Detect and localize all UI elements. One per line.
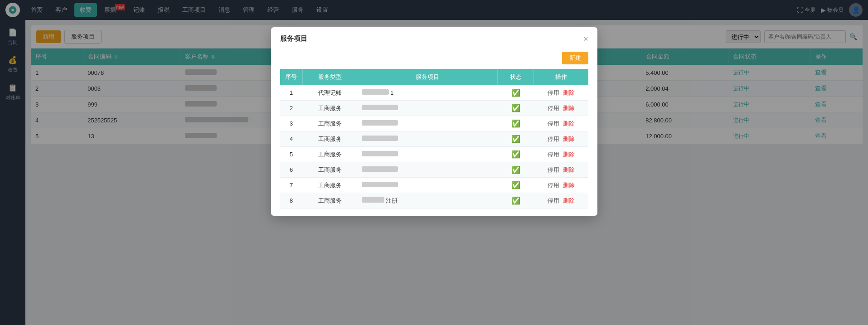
service-dialog: 服务项目 × 新建 序号 服务类型 服务项目 状态 操作 1代理记账XXX 1✅… <box>271 27 597 216</box>
dialog-header: 服务项目 × <box>271 27 597 47</box>
delete-button[interactable]: 删除 <box>563 182 575 189</box>
scol-status: 状态 <box>498 69 534 85</box>
status-check-icon: ✅ <box>511 150 520 158</box>
delete-button[interactable]: 删除 <box>563 89 575 96</box>
service-table-row: 2工商服务XXX✅停用删除 <box>280 101 588 116</box>
stop-button[interactable]: 停用 <box>548 182 559 189</box>
service-table-row: 3工商服务XXX✅停用删除 <box>280 116 588 131</box>
dialog-body: 序号 服务类型 服务项目 状态 操作 1代理记账XXX 1✅停用删除2工商服务X… <box>271 69 597 216</box>
service-table-row: 8工商服务XX 注册✅停用删除 <box>280 193 588 209</box>
dialog-close-button[interactable]: × <box>583 35 588 43</box>
delete-button[interactable]: 删除 <box>563 166 575 173</box>
dialog-toolbar: 新建 <box>271 47 597 69</box>
service-table-row: 6工商服务XXXXX✅停用删除 <box>280 162 588 178</box>
status-check-icon: ✅ <box>511 166 520 174</box>
stop-button[interactable]: 停用 <box>548 120 559 127</box>
status-check-icon: ✅ <box>511 120 520 127</box>
delete-button[interactable]: 删除 <box>563 105 575 112</box>
status-check-icon: ✅ <box>511 104 520 112</box>
service-table-row: 4工商服务XX✅停用删除 <box>280 131 588 147</box>
scol-action: 操作 <box>534 69 588 85</box>
stop-button[interactable]: 停用 <box>548 166 559 173</box>
stop-button[interactable]: 停用 <box>548 197 559 204</box>
delete-button[interactable]: 删除 <box>563 136 575 142</box>
scol-seq: 序号 <box>280 69 303 85</box>
stop-button[interactable]: 停用 <box>548 151 559 158</box>
scol-item: 服务项目 <box>357 69 498 85</box>
status-check-icon: ✅ <box>511 181 520 189</box>
status-check-icon: ✅ <box>511 197 520 204</box>
status-check-icon: ✅ <box>511 135 520 143</box>
stop-button[interactable]: 停用 <box>548 105 559 112</box>
status-check-icon: ✅ <box>511 89 520 97</box>
delete-button[interactable]: 删除 <box>563 151 575 158</box>
scol-type: 服务类型 <box>303 69 357 85</box>
new-service-button[interactable]: 新建 <box>562 52 588 64</box>
service-table: 序号 服务类型 服务项目 状态 操作 1代理记账XXX 1✅停用删除2工商服务X… <box>280 69 588 209</box>
dialog-overlay[interactable]: 服务项目 × 新建 序号 服务类型 服务项目 状态 操作 1代理记账XXX 1✅… <box>0 0 868 325</box>
stop-button[interactable]: 停用 <box>548 136 559 142</box>
dialog-title: 服务项目 <box>280 34 307 43</box>
service-table-row: 1代理记账XXX 1✅停用删除 <box>280 85 588 101</box>
delete-button[interactable]: 删除 <box>563 120 575 127</box>
service-table-row: 5工商服务XX✅停用删除 <box>280 147 588 162</box>
delete-button[interactable]: 删除 <box>563 197 575 204</box>
service-table-header: 序号 服务类型 服务项目 状态 操作 <box>280 69 588 85</box>
stop-button[interactable]: 停用 <box>548 89 559 96</box>
service-table-row: 7工商服务XX✅停用删除 <box>280 178 588 193</box>
